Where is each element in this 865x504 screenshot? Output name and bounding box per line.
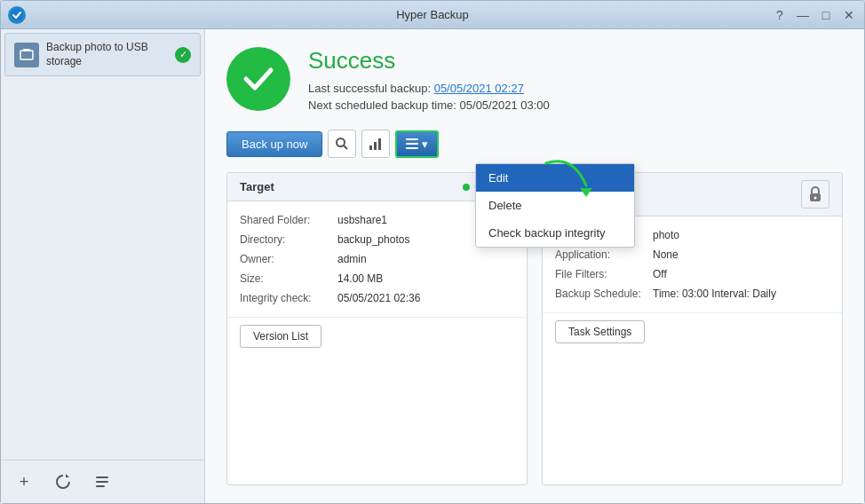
next-backup-line: Next scheduled backup time: 05/05/2021 0… bbox=[308, 98, 843, 112]
row-value: 14.00 MB bbox=[337, 272, 383, 285]
row-label: Owner: bbox=[240, 253, 337, 265]
row-value: Off bbox=[653, 268, 667, 280]
toolbar: Back up now bbox=[226, 130, 843, 158]
chart-button[interactable] bbox=[361, 130, 390, 158]
row-value: backup_photos bbox=[337, 233, 409, 246]
row-label: Size: bbox=[240, 272, 337, 285]
minimize-button[interactable]: — bbox=[795, 7, 811, 23]
sidebar-bottom: + bbox=[1, 460, 204, 503]
lock-button[interactable] bbox=[801, 180, 829, 209]
table-row: Shared Folder: usbshare1 bbox=[240, 210, 514, 230]
sidebar: Backup photo to USB storage ✓ + bbox=[1, 29, 205, 503]
sidebar-item-label: Backup photo to USB storage bbox=[46, 41, 168, 68]
table-row: File Filters: Off bbox=[555, 264, 829, 284]
dropdown-item-edit[interactable]: Edit bbox=[476, 164, 634, 192]
last-backup-time[interactable]: 05/05/2021 02:27 bbox=[434, 82, 524, 95]
svg-point-7 bbox=[337, 138, 345, 146]
content-area: Success Last successful backup: 05/05/20… bbox=[205, 29, 864, 503]
sidebar-item-backup[interactable]: Backup photo to USB storage ✓ bbox=[4, 33, 201, 76]
svg-rect-9 bbox=[369, 146, 372, 150]
row-label: Integrity check: bbox=[240, 292, 337, 304]
search-button[interactable] bbox=[328, 130, 356, 158]
last-backup-line: Last successful backup: 05/05/2021 02:27 bbox=[308, 82, 843, 95]
dropdown-item-delete[interactable]: Delete bbox=[476, 192, 634, 219]
svg-rect-10 bbox=[374, 142, 377, 150]
row-value: None bbox=[653, 248, 679, 261]
svg-rect-2 bbox=[23, 49, 30, 51]
close-button[interactable]: ✕ bbox=[841, 7, 857, 23]
menu-chevron: ▾ bbox=[422, 138, 428, 151]
row-label: Backup Schedule: bbox=[555, 287, 653, 300]
status-icon bbox=[226, 47, 290, 111]
menu-button[interactable]: ▾ bbox=[395, 130, 439, 158]
status-info: Success Last successful backup: 05/05/20… bbox=[308, 47, 843, 115]
online-indicator bbox=[463, 184, 470, 191]
row-value: usbshare1 bbox=[337, 214, 387, 226]
svg-rect-5 bbox=[96, 481, 108, 483]
row-value: photo bbox=[653, 229, 679, 241]
table-row: Integrity check: 05/05/2021 02:36 bbox=[240, 288, 514, 308]
log-button[interactable] bbox=[84, 466, 120, 498]
row-label: File Filters: bbox=[555, 268, 653, 280]
add-backup-button[interactable]: + bbox=[6, 466, 42, 498]
title-bar-left bbox=[8, 6, 26, 24]
app-icon bbox=[8, 6, 26, 24]
svg-rect-6 bbox=[96, 485, 105, 487]
svg-point-17 bbox=[814, 197, 817, 200]
row-value: Time: 03:00 Interval: Daily bbox=[653, 287, 776, 300]
sidebar-item-status: ✓ bbox=[175, 47, 191, 63]
backup-item-icon bbox=[14, 43, 39, 67]
row-label: Directory: bbox=[240, 233, 337, 246]
svg-marker-3 bbox=[66, 474, 69, 477]
next-backup-label: Next scheduled backup time: bbox=[308, 98, 456, 112]
svg-rect-4 bbox=[96, 476, 108, 478]
app-window: Hyper Backup ? — □ ✕ Backup photo to USB… bbox=[0, 0, 865, 504]
table-row: Directory: backup_photos bbox=[240, 230, 514, 249]
dropdown-item-check-integrity[interactable]: Check backup integrity bbox=[476, 219, 634, 247]
row-label: Application: bbox=[555, 248, 653, 261]
task-settings-button[interactable]: Task Settings bbox=[555, 320, 645, 343]
svg-rect-14 bbox=[406, 147, 418, 149]
row-label: Shared Folder: bbox=[240, 214, 337, 226]
last-backup-label: Last successful backup: bbox=[308, 82, 431, 95]
title-bar: Hyper Backup ? — □ ✕ bbox=[1, 1, 864, 29]
maximize-button[interactable]: □ bbox=[818, 7, 834, 23]
backup-now-button[interactable]: Back up now bbox=[226, 131, 322, 157]
version-list-button[interactable]: Version List bbox=[240, 325, 321, 348]
svg-rect-12 bbox=[406, 138, 418, 140]
window-controls: ? — □ ✕ bbox=[772, 7, 857, 23]
table-row: Application: None bbox=[555, 245, 829, 264]
status-area: Success Last successful backup: 05/05/20… bbox=[226, 47, 843, 115]
target-panel-footer: Version List bbox=[227, 317, 527, 355]
window-title: Hyper Backup bbox=[396, 8, 469, 21]
main-layout: Backup photo to USB storage ✓ + bbox=[1, 29, 864, 503]
dropdown-menu: Edit Delete Check backup integrity bbox=[475, 163, 635, 248]
row-value: 05/05/2021 02:36 bbox=[337, 292, 420, 304]
next-backup-time: 05/05/2021 03:00 bbox=[460, 98, 550, 112]
svg-rect-13 bbox=[406, 143, 418, 145]
status-title: Success bbox=[308, 47, 843, 75]
target-panel-title: Target bbox=[240, 180, 274, 193]
restore-button[interactable] bbox=[45, 466, 81, 498]
svg-line-8 bbox=[344, 146, 347, 149]
row-value: admin bbox=[337, 253, 367, 265]
help-button[interactable]: ? bbox=[772, 7, 788, 23]
svg-rect-11 bbox=[378, 138, 381, 150]
table-row: Backup Schedule: Time: 03:00 Interval: D… bbox=[555, 284, 829, 303]
source-panel-footer: Task Settings bbox=[543, 312, 842, 350]
table-row: Size: 14.00 MB bbox=[240, 269, 514, 288]
table-row: Owner: admin bbox=[240, 249, 514, 269]
